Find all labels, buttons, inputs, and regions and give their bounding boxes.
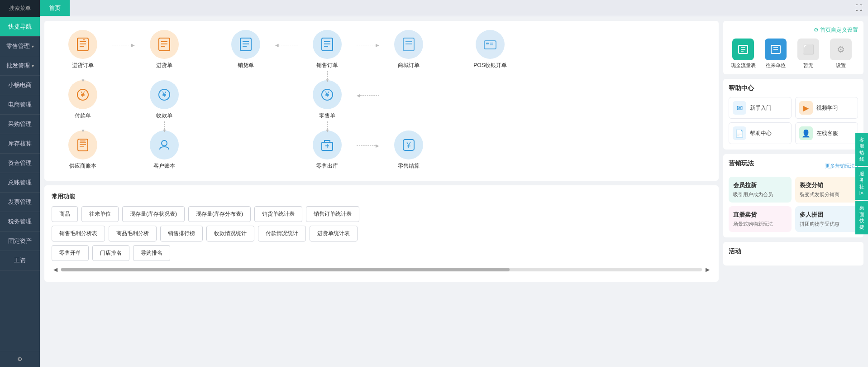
wf-node-xiaohouduan[interactable]: 销货单	[216, 30, 275, 69]
wf-circle-11	[150, 130, 179, 159]
wf-node-jinhuodan[interactable]: 进货单	[135, 30, 194, 69]
float-btn-shequ[interactable]: 服务社区	[855, 167, 868, 200]
gear-icon: ⚙	[17, 356, 23, 362]
qi-item-wldy[interactable]: 往来单位	[761, 39, 790, 69]
more-marketing-link[interactable]: 更多营销玩法 ›	[825, 163, 858, 169]
svg-rect-33	[80, 140, 86, 142]
func-row-1: 商品 往来单位 现存量(库存状况表) 现存量(库存分布表) 销货单统计表 销售订…	[52, 206, 711, 222]
wf-circle-6	[476, 30, 505, 59]
func-btn-xiancunliang1[interactable]: 现存量(库存状况表)	[122, 206, 185, 222]
wf-node-lingshoujiesuan[interactable]: ¥ 零售结算	[379, 130, 438, 170]
sidebar-item-label: 小畅电商	[8, 81, 32, 89]
wf-node-lingshouduan[interactable]: ¥ 零售单	[298, 80, 357, 120]
float-btn-kefu[interactable]: 客服热线	[855, 133, 868, 166]
common-func-title: 常用功能	[52, 193, 711, 201]
help-center-title: 帮助中心	[729, 84, 858, 92]
sidebar-search[interactable]: 搜索菜单	[0, 0, 40, 17]
func-btn-xiaohoudantj[interactable]: 销货单统计表	[254, 206, 302, 222]
sidebar-item-gongzi[interactable]: 工资	[0, 251, 40, 270]
mkt-item-zhibo[interactable]: 直播卖货 场景式购物新玩法	[729, 206, 792, 232]
marketing-box: 营销玩法 更多营销玩法 › 会员拉新 吸引用户成为会员 裂变分销 裂变式发展分销…	[723, 154, 863, 237]
scroll-right-arrow[interactable]: ▶	[704, 266, 711, 273]
customize-settings-link[interactable]: ⚙ 首页自定义设置	[729, 26, 858, 34]
mkt-desc-liebian: 裂变式发展分销商	[800, 191, 854, 198]
tab-bar: 首页 ⛶	[40, 0, 868, 16]
mkt-desc-huiyuan: 吸引用户成为会员	[733, 191, 787, 198]
svg-text:¥: ¥	[81, 91, 85, 98]
activity-box: 活动	[723, 242, 863, 266]
help-item-help[interactable]: 📄 帮助中心	[729, 122, 792, 144]
mkt-title-pintuan: 多人拼团	[800, 211, 854, 219]
mkt-desc-pintuan: 拼团购物享受优惠	[800, 221, 854, 227]
sidebar-item-shuiwu[interactable]: 税务管理	[0, 212, 40, 232]
help-item-video[interactable]: ▶ 视频学习	[795, 97, 858, 119]
mkt-item-pintuan[interactable]: 多人拼团 拼团购物享受优惠	[795, 206, 858, 232]
wf-node-gongyingshangzb[interactable]: 供应商账本	[53, 130, 112, 170]
func-btn-sktj[interactable]: 收款情况统计	[206, 226, 254, 241]
sidebar-item-label: 固定资产	[8, 237, 32, 245]
sidebar-item-gudingzichan[interactable]: 固定资产	[0, 232, 40, 251]
func-btn-wanglaidanwei[interactable]: 往来单位	[81, 206, 119, 222]
sidebar-item-xiaochang[interactable]: 小畅电商	[0, 76, 40, 95]
wf-node-xiaoshoudingdan[interactable]: 销售订单	[298, 30, 357, 69]
qi-item-zanwu[interactable]: ⬜ 暂无	[794, 39, 823, 69]
wf-node-lingshouchuku[interactable]: 零售出库	[298, 130, 357, 170]
func-btn-mdpm[interactable]: 门店排名	[92, 245, 129, 261]
func-btn-shangpin[interactable]: 商品	[52, 206, 78, 222]
wf-node-shoukuandan[interactable]: ¥ 收款单	[135, 80, 194, 120]
help-label-help: 帮助中心	[750, 130, 772, 137]
wf-node-kehuzb[interactable]: 客户账本	[135, 130, 194, 170]
wf-node-pos[interactable]: POS收银开单	[461, 30, 520, 69]
wf-label-12: 零售出库	[316, 162, 338, 170]
mkt-desc-zhibo: 场景式购物新玩法	[733, 221, 787, 227]
tab-home[interactable]: 首页	[40, 0, 70, 16]
chevron-down-icon: ▾	[32, 63, 34, 68]
sidebar-item-kucun[interactable]: 库存核算	[0, 134, 40, 154]
wf-node-fukuandan[interactable]: ¥ 付款单	[53, 80, 112, 120]
float-btn-zhuomian[interactable]: 桌面快捷	[855, 201, 868, 234]
help-label-online: 在线客服	[816, 130, 838, 137]
sidebar-item-label: 电商管理	[8, 101, 32, 109]
sidebar-item-label: 税务管理	[8, 217, 32, 226]
help-label-video: 视频学习	[816, 104, 838, 112]
sidebar-item-zijin[interactable]: 资金管理	[0, 154, 40, 173]
sidebar-item-kuaijie[interactable]: 快捷导航	[0, 17, 40, 37]
marketing-title: 营销玩法	[729, 159, 754, 168]
mkt-title-liebian: 裂变分销	[800, 181, 854, 189]
sidebar-item-lingshou[interactable]: 零售管理 ▾	[0, 37, 40, 56]
func-btn-xsphb[interactable]: 销售排行榜	[160, 226, 203, 241]
expand-button[interactable]: ⛶	[850, 4, 868, 12]
qi-item-settings[interactable]: ⚙ 设置	[826, 39, 855, 69]
func-btn-fktj[interactable]: 付款情况统计	[258, 226, 306, 241]
sidebar-item-label: 快捷导航	[8, 23, 32, 31]
wf-node-shangchengdingdan[interactable]: 商城订单	[379, 30, 438, 69]
quick-icons-row: 现金流量表 往来单位 ⬜ 暂无 ⚙ 设置	[729, 39, 858, 69]
func-btn-dgpm[interactable]: 导购排名	[133, 245, 170, 261]
doc-icon: 📄	[733, 126, 746, 140]
qi-item-jlb[interactable]: 现金流量表	[729, 39, 758, 69]
scroll-left-arrow[interactable]: ◀	[52, 266, 59, 273]
func-btn-spmlyfx[interactable]: 商品毛利分析	[109, 226, 157, 241]
sidebar-item-label: 工资	[14, 256, 26, 265]
mkt-item-liebian[interactable]: 裂变分销 裂变式发展分销商	[795, 177, 858, 203]
func-btn-jhdtj[interactable]: 进货单统计表	[310, 226, 358, 241]
sidebar-item-caigou[interactable]: 采购管理	[0, 115, 40, 134]
sidebar-item-zhangzhang[interactable]: 总账管理	[0, 173, 40, 193]
svg-rect-20	[486, 43, 489, 44]
scroll-track[interactable]	[61, 268, 702, 271]
func-btn-xiancunliang2[interactable]: 现存量(库存分布表)	[188, 206, 251, 222]
func-btn-xsmlyfx[interactable]: 销售毛利分析表	[52, 226, 105, 241]
chevron-down-icon: ▾	[32, 44, 34, 49]
sidebar-item-pifa[interactable]: 批发管理 ▾	[0, 56, 40, 76]
wf-node-jinhuodingdan[interactable]: 进货订单	[53, 30, 112, 69]
sidebar-item-fapiao[interactable]: 发票管理	[0, 193, 40, 212]
mail-icon: ✉	[733, 101, 746, 115]
func-btn-lskd[interactable]: 零售开单	[52, 245, 89, 261]
func-btn-xiaoshoudingdantj[interactable]: 销售订单统计表	[306, 206, 359, 222]
mkt-item-huiyuan[interactable]: 会员拉新 吸引用户成为会员	[729, 177, 792, 203]
qi-icon-settings: ⚙	[830, 39, 852, 60]
help-item-online[interactable]: 👤 在线客服	[795, 122, 858, 144]
sidebar-settings-button[interactable]: ⚙	[0, 351, 40, 367]
help-item-newbie[interactable]: ✉ 新手入门	[729, 97, 792, 119]
sidebar-item-dianshang[interactable]: 电商管理	[0, 95, 40, 115]
